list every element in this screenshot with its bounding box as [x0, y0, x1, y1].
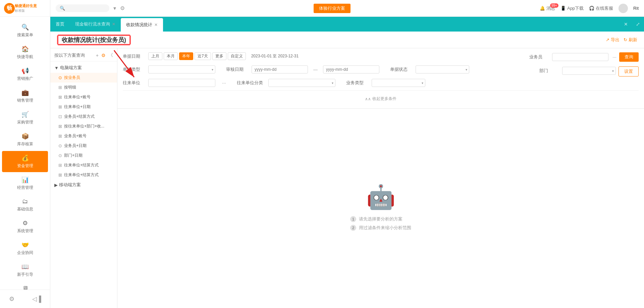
sidebar-item-system[interactable]: ⚙ 系统管理 [2, 216, 48, 237]
date-btn-custom[interactable]: 自定义 [228, 52, 246, 60]
app-download-btn[interactable]: 📱 App下载 [560, 5, 584, 11]
export-btn[interactable]: ↗ 导出 [606, 37, 620, 43]
win-maximize-btn[interactable]: ⤢ [632, 17, 644, 32]
date-btn-this-month[interactable]: 本月 [164, 52, 178, 60]
collapse-footer-btn[interactable]: ◁▐ [30, 293, 43, 305]
review-date-end-input[interactable] [323, 65, 379, 73]
content-area: 按以下方案查询 + ⚙ 《 ▼ 电脑端方案 ⊙ 按业务员 ⊞ [50, 48, 644, 308]
tree-item-unit-settle[interactable]: ⊞ 往来单位+结算方式 [50, 160, 117, 170]
tree-item-unit-dept[interactable]: ⊠ 按往来单位+部门+收... [50, 121, 117, 131]
salesman-input[interactable] [552, 53, 608, 61]
sidebar-item-system-label: 系统管理 [17, 228, 33, 234]
hint-text-1: 请先选择要分析的方案 [359, 216, 402, 222]
setting-btn[interactable]: 设置 [619, 66, 639, 76]
tree-item-dept-date[interactable]: ⊙ 部门+日期 [50, 151, 117, 160]
sales-icon: 💼 [21, 89, 29, 96]
date-btn-last-month[interactable]: 上月 [148, 52, 162, 60]
operation-icon: 📊 [21, 176, 29, 184]
sidebar-item-guide[interactable]: 📖 新手引导 [2, 260, 48, 281]
hint-list: 1 请先选择要分析的方案 2 用过滤条件来缩小分析范围 [350, 216, 411, 234]
enterprise-icon: 🤝 [21, 241, 29, 249]
topbar-gear-icon[interactable]: ⚙ [120, 5, 125, 11]
tree-item-unit-dept-label: 按往来单位+部门+收... [64, 123, 104, 129]
tree-category-pc[interactable]: ▼ 电脑端方案 [50, 63, 117, 73]
tab-collection-close[interactable]: ✕ [154, 22, 158, 27]
date-btn-this-year[interactable]: 本年 [179, 52, 193, 60]
tree-item-dept-date-label: 部门+日期 [64, 153, 83, 158]
export-icon: ↗ [606, 37, 609, 42]
tree-item-by-salesman[interactable]: ⊙ 按业务员 [50, 73, 117, 83]
tree-item-salesman-account[interactable]: ⊠ 业务员+账号 [50, 131, 117, 141]
date-btn-group: 上月 本月 本年 近7天 更多 自定义 [148, 52, 246, 60]
tree-item-salesman-date[interactable]: ⊙ 业务员+日期 [50, 141, 117, 151]
tree-category-mobile[interactable]: ▶ 移动端方案 [50, 180, 117, 190]
main-area: 🔍 ▾ ⚙ 体验行业方案 🔔 消息 99+ 📱 App下载 🎧 在线客服 [50, 0, 644, 308]
user-avatar[interactable] [619, 4, 628, 13]
date-btn-more[interactable]: 更多 [212, 52, 226, 60]
tree-item-salesman-method[interactable]: ⊡ 业务员+结算方式 [50, 112, 117, 121]
sidebar-item-basic-label: 基础信息 [17, 206, 33, 212]
try-industry-btn[interactable]: 体验行业方案 [314, 4, 351, 13]
tree-item-salesman-date-label: 业务员+日期 [64, 143, 87, 149]
unit-date-icon: ⊠ [58, 104, 62, 109]
topbar: 🔍 ▾ ⚙ 体验行业方案 🔔 消息 99+ 📱 App下载 🎧 在线客服 [50, 0, 644, 17]
tree-item-unit-settle2[interactable]: ⊠ 往来单位+结算方式 [50, 170, 117, 180]
notification-btn[interactable]: 🔔 消息 99+ [540, 5, 555, 11]
salesman-group: 业务员 ··· 查询 [529, 52, 639, 62]
sidebar-item-basic[interactable]: 🗂 基础信息 [2, 195, 48, 215]
sidebar-item-operation[interactable]: 📊 经营管理 [2, 173, 48, 194]
topbar-center: 体验行业方案 [314, 4, 351, 13]
filter-add-btn[interactable]: + [96, 53, 99, 58]
sidebar-item-marketing[interactable]: 📢 营销推广 [2, 64, 48, 85]
sidebar-item-inventory-label: 库存核算 [17, 141, 33, 147]
quicknav-icon: 🏠 [21, 45, 29, 53]
biztype-select[interactable] [372, 79, 425, 87]
online-service-btn[interactable]: 🎧 在线客服 [589, 5, 613, 11]
right-panel: 单据日期 上月 本月 本年 近7天 更多 自定义 2023-01-01 至 20… [117, 48, 644, 308]
sidebar-item-finance[interactable]: 💰 资金管理 [2, 151, 48, 172]
filter-collapse-btn[interactable]: 《 [108, 52, 113, 58]
header-actions: ↗ 导出 ↻ 刷新 [606, 37, 637, 43]
review-date-start-input[interactable] [252, 65, 308, 73]
query-btn[interactable]: 查询 [619, 52, 639, 62]
topbar-dropdown-icon[interactable]: ▾ [113, 5, 116, 11]
biztype-select-wrapper: ▾ [372, 79, 425, 87]
sidebar-item-enterprise[interactable]: 🤝 企业协同 [2, 238, 48, 259]
partner-type-select[interactable] [268, 79, 335, 87]
sidebar-item-inventory[interactable]: 📦 库存核算 [2, 129, 48, 150]
refresh-btn[interactable]: ↻ 刷新 [624, 37, 637, 43]
bell-icon: 🔔 [540, 6, 545, 11]
tab-bank[interactable]: 现金银行流水查询 ✕ [70, 17, 121, 32]
date-btn-7days[interactable]: 近7天 [195, 52, 211, 60]
tab-collection[interactable]: 收款情况统计 ✕ [121, 18, 163, 32]
app-icon: 📱 [560, 6, 566, 11]
partner-dots-btn[interactable]: ··· [222, 80, 226, 86]
page-title: 收款情况统计(按业务员) [58, 35, 130, 45]
sidebar: 畅 畅捷通好生意 标准版 🔍 搜索菜单 🏠 快捷导航 📢 营销推广 💼 销售管理… [0, 0, 50, 308]
tab-bank-close[interactable]: ✕ [112, 22, 115, 27]
salesman-dots-btn[interactable]: ··· [612, 54, 616, 60]
tab-home[interactable]: 首页 [50, 17, 70, 32]
basic-icon: 🗂 [22, 198, 28, 205]
settings-footer-btn[interactable]: ⚙ [7, 293, 16, 305]
topbar-left: 🔍 ▾ ⚙ [56, 4, 125, 12]
collapse-conditions-btn[interactable]: ∧∧ 收起更多条件 [362, 93, 399, 104]
sidebar-item-quicknav[interactable]: 🏠 快捷导航 [2, 42, 48, 63]
sidebar-item-search[interactable]: 🔍 搜索菜单 [2, 20, 48, 41]
notification-badge: 99+ [550, 3, 558, 8]
tree-item-by-detail[interactable]: ⊞ 按明细 [50, 83, 117, 92]
dept-select[interactable] [562, 67, 616, 75]
partner-input[interactable] [148, 79, 215, 87]
win-close-btn[interactable]: ✕ [620, 17, 632, 32]
topbar-search-box[interactable]: 🔍 [56, 4, 109, 12]
sidebar-item-hardware[interactable]: 🖥 智能硬件 [2, 281, 48, 290]
sidebar-item-sales[interactable]: 💼 销售管理 [2, 86, 48, 107]
filter-settings-btn[interactable]: ⚙ [101, 53, 106, 58]
tree-item-unit-account[interactable]: ⊠ 往来单位+账号 [50, 92, 117, 102]
sidebar-item-purchase[interactable]: 🛒 采购管理 [2, 107, 48, 129]
doctype-select[interactable] [148, 65, 215, 73]
tree-arrow-mobile: ▶ [54, 183, 58, 188]
tab-bank-label: 现金银行流水查询 [75, 21, 110, 27]
tree-item-unit-date[interactable]: ⊠ 往来单位+日期 [50, 102, 117, 112]
docstatus-select[interactable] [416, 65, 469, 73]
